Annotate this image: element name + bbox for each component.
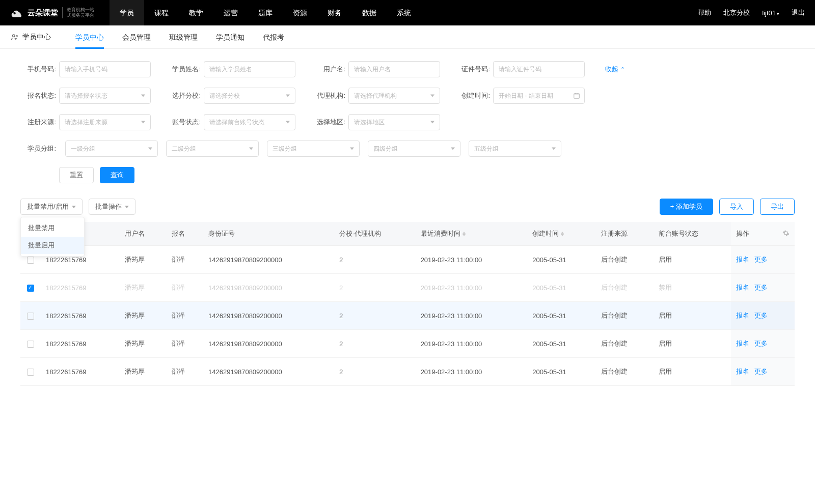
nav-item-0[interactable]: 学员 — [110, 0, 144, 25]
group-label: 学员分组: — [20, 144, 56, 153]
reg-source-select[interactable]: 请选择注册来源 — [59, 114, 151, 130]
enroll-status-select[interactable]: 请选择报名状态 — [59, 88, 151, 104]
idno-input[interactable] — [493, 61, 585, 77]
nav-item-1[interactable]: 课程 — [144, 0, 179, 25]
row-more-link[interactable]: 更多 — [754, 256, 768, 263]
add-student-button[interactable]: + 添加学员 — [660, 199, 713, 215]
nav-right: 帮助 北京分校 lijt01 退出 — [698, 8, 805, 17]
row-checkbox[interactable] — [27, 285, 34, 292]
acct-status-select[interactable]: 请选择前台账号状态 — [204, 114, 295, 130]
search-button[interactable]: 查询 — [100, 167, 134, 183]
reset-button[interactable]: 重置 — [59, 167, 94, 183]
cell-status: 启用 — [654, 302, 731, 330]
sort-icon — [463, 232, 466, 236]
cell-username: 潘筠厚 — [120, 302, 167, 330]
sub-nav-item-1[interactable]: 会员管理 — [122, 25, 151, 49]
row-enroll-link[interactable]: 报名 — [736, 340, 749, 347]
import-button[interactable]: 导入 — [719, 199, 754, 215]
logo[interactable]: 云朵课堂 教育机构一站式服务云平台 — [10, 6, 94, 19]
phone-input[interactable] — [59, 61, 151, 77]
sub-nav-item-2[interactable]: 班级管理 — [169, 25, 198, 49]
calendar-icon — [573, 92, 580, 99]
svg-point-2 — [16, 35, 17, 37]
name-label: 学员姓名: — [165, 65, 201, 74]
idno-label: 证件号码: — [454, 65, 490, 74]
region-select[interactable]: 请选择地区 — [348, 114, 440, 130]
col-enroll: 报名 — [167, 222, 203, 246]
cell-status: 启用 — [654, 330, 731, 358]
cell-enroll: 邵泽 — [167, 302, 203, 330]
acct-status-label: 账号状态: — [165, 118, 201, 127]
row-checkbox[interactable] — [27, 369, 34, 376]
cell-branch: 2 — [334, 330, 416, 358]
cell-reg-source: 后台创建 — [596, 302, 653, 330]
row-enroll-link[interactable]: 报名 — [736, 368, 749, 375]
row-checkbox[interactable] — [27, 257, 34, 264]
group-select-1[interactable]: 一级分组 — [65, 141, 158, 157]
branch-link[interactable]: 北京分校 — [723, 8, 750, 17]
group-select-3[interactable]: 三级分组 — [267, 141, 360, 157]
svg-point-1 — [13, 34, 15, 37]
cell-username: 潘筠厚 — [120, 274, 167, 302]
branch-select[interactable]: 请选择分校 — [204, 88, 295, 104]
nav-item-2[interactable]: 教学 — [179, 0, 213, 25]
cell-username: 潘筠厚 — [120, 330, 167, 358]
batch-toggle-button[interactable]: 批量禁用/启用 — [20, 199, 83, 215]
cell-idno: 14262919870809200000 — [203, 330, 334, 358]
sub-nav-item-0[interactable]: 学员中心 — [75, 25, 104, 49]
row-checkbox[interactable] — [27, 313, 34, 320]
agency-select[interactable]: 请选择代理机构 — [348, 88, 440, 104]
nav-item-7[interactable]: 数据 — [352, 0, 387, 25]
cell-enroll: 邵泽 — [167, 246, 203, 274]
table-header-row: 手机号码 用户名 报名 身份证号 分校-代理机构 最近消费时间 创建时间 注册来… — [20, 222, 795, 246]
row-more-link[interactable]: 更多 — [754, 312, 768, 319]
batch-disable-item[interactable]: 批量禁用 — [21, 219, 84, 237]
sort-icon — [561, 232, 564, 236]
table-row: 18222615769潘筠厚邵泽142629198708092000002201… — [20, 274, 795, 302]
gear-icon[interactable] — [782, 230, 790, 237]
row-more-link[interactable]: 更多 — [754, 368, 768, 375]
group-select-2[interactable]: 二级分组 — [166, 141, 259, 157]
cell-actions: 报名更多 — [731, 330, 795, 358]
col-branch-agency: 分校-代理机构 — [334, 222, 416, 246]
help-link[interactable]: 帮助 — [698, 8, 711, 17]
nav-item-8[interactable]: 系统 — [387, 0, 421, 25]
group-select-5[interactable]: 五级分组 — [469, 141, 561, 157]
nav-item-4[interactable]: 题库 — [248, 0, 283, 25]
cell-reg-source: 后台创建 — [596, 274, 653, 302]
create-time-label: 创建时间: — [454, 91, 490, 100]
sub-nav-item-3[interactable]: 学员通知 — [216, 25, 244, 49]
nav-item-5[interactable]: 资源 — [283, 0, 317, 25]
row-enroll-link[interactable]: 报名 — [736, 256, 749, 263]
branch-label: 选择分校: — [165, 91, 201, 100]
row-more-link[interactable]: 更多 — [754, 284, 768, 291]
cell-status: 禁用 — [654, 274, 731, 302]
col-create-time[interactable]: 创建时间 — [527, 222, 596, 246]
table-row: 18222615769潘筠厚邵泽142629198708092000002201… — [20, 302, 795, 330]
batch-enable-item[interactable]: 批量启用 — [21, 237, 84, 254]
row-checkbox[interactable] — [27, 341, 34, 348]
nav-item-3[interactable]: 运营 — [213, 0, 248, 25]
row-enroll-link[interactable]: 报名 — [736, 284, 749, 291]
col-last-consume[interactable]: 最近消费时间 — [416, 222, 528, 246]
cell-branch: 2 — [334, 274, 416, 302]
row-more-link[interactable]: 更多 — [754, 340, 768, 347]
group-select-4[interactable]: 四级分组 — [368, 141, 460, 157]
cell-username: 潘筠厚 — [120, 246, 167, 274]
logout-link[interactable]: 退出 — [792, 8, 805, 17]
cell-username: 潘筠厚 — [120, 358, 167, 386]
export-button[interactable]: 导出 — [760, 199, 795, 215]
cell-last-consume: 2019-02-23 11:00:00 — [416, 358, 528, 386]
cell-last-consume: 2019-02-23 11:00:00 — [416, 330, 528, 358]
row-enroll-link[interactable]: 报名 — [736, 312, 749, 319]
nav-item-6[interactable]: 财务 — [317, 0, 352, 25]
col-reg-source: 注册来源 — [596, 222, 653, 246]
cell-actions: 报名更多 — [731, 302, 795, 330]
name-input[interactable] — [204, 61, 295, 77]
sub-nav-item-4[interactable]: 代报考 — [263, 25, 284, 49]
collapse-link[interactable]: 收起 — [605, 61, 625, 77]
username-input[interactable] — [348, 61, 440, 77]
user-menu[interactable]: lijt01 — [762, 9, 779, 17]
create-time-range[interactable]: 开始日期 - 结束日期 — [493, 88, 585, 104]
batch-ops-button[interactable]: 批量操作 — [89, 199, 135, 215]
